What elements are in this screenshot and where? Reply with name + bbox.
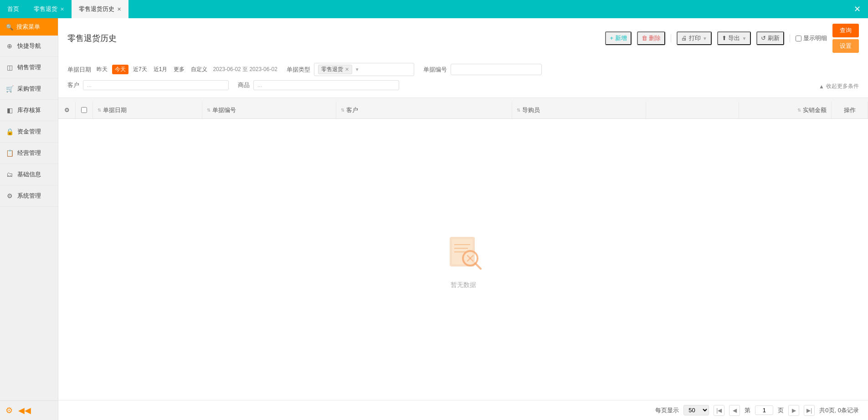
tab-retail-return-close-icon[interactable]: ✕ xyxy=(60,6,64,12)
date-range-display: 2023-06-02 至 2023-06-02 xyxy=(213,66,277,73)
tab-retail-return[interactable]: 零售退货 ✕ xyxy=(26,0,72,18)
sidebar-item-system[interactable]: ⚙ 系统管理 xyxy=(0,185,58,207)
sidebar: 🔍 搜索菜单 ⊕ 快捷导航 ◫ 销售管理 🛒 采购管理 ◧ 库存核算 🔒 资金管… xyxy=(0,18,58,420)
amount-sort-icon: ⇅ xyxy=(797,108,801,113)
th-date-label: 单据日期 xyxy=(103,106,127,114)
page-title-row: 零售退货历史 + 新增 🗑 删除 🖨 打印 ▼ ⬆ 导出 ▼ ↺ 刷新 xyxy=(67,24,859,53)
page-title: 零售退货历史 xyxy=(67,33,117,44)
collapse-button[interactable]: ▲ 收起更多条件 xyxy=(819,82,859,90)
page-unit-label: 页 xyxy=(778,406,784,415)
sidebar-search[interactable]: 🔍 搜索菜单 xyxy=(0,18,58,36)
th-amount[interactable]: ⇅ 实销金额 xyxy=(739,102,832,118)
total-text: 共0页, 0条记录 xyxy=(819,406,859,415)
delete-button[interactable]: 🗑 删除 xyxy=(637,31,666,45)
th-number[interactable]: ⇅ 单据编号 xyxy=(202,102,336,118)
sidebar-bottom: ⚙ ◀◀ xyxy=(0,400,58,420)
sidebar-item-quick-nav-label: 快捷导航 xyxy=(17,42,41,50)
content-area: 零售退货历史 + 新增 🗑 删除 🖨 打印 ▼ ⬆ 导出 ▼ ↺ 刷新 xyxy=(58,18,868,420)
filter-row-2: 客户 ... 商品 ... ▲ xyxy=(67,80,859,90)
quick-nav-icon: ⊕ xyxy=(5,42,14,50)
tab-retail-return-history-label: 零售退货历史 xyxy=(79,5,114,13)
sidebar-item-purchase-mgmt[interactable]: 🛒 采购管理 xyxy=(0,78,58,100)
search-icon: 🔍 xyxy=(5,23,14,31)
goods-placeholder: ... xyxy=(257,82,262,88)
type-dropdown-icon[interactable]: ▼ xyxy=(355,67,360,72)
tab-retail-return-label: 零售退货 xyxy=(34,5,57,13)
window-close-button[interactable]: ✕ xyxy=(854,4,861,14)
type-tag-close-icon[interactable]: ✕ xyxy=(345,67,349,72)
sidebar-audio-icon[interactable]: ◀◀ xyxy=(18,405,31,415)
date-sort-icon: ⇅ xyxy=(98,108,101,113)
th-amount-label: 实销金额 xyxy=(803,106,827,114)
type-tag-input[interactable]: 零售退货 ✕ ▼ xyxy=(314,63,414,76)
business-icon: 📋 xyxy=(5,149,14,157)
page-prev-button[interactable]: ◀ xyxy=(729,405,740,416)
main-layout: 🔍 搜索菜单 ⊕ 快捷导航 ◫ 销售管理 🛒 采购管理 ◧ 库存核算 🔒 资金管… xyxy=(0,18,868,420)
tab-home-label: 首页 xyxy=(7,5,19,13)
th-customer[interactable]: ⇅ 客户 xyxy=(336,102,512,118)
number-input[interactable] xyxy=(451,64,542,75)
sidebar-item-basic-info-label: 基础信息 xyxy=(17,170,41,179)
sidebar-item-basic-info[interactable]: 🗂 基础信息 xyxy=(0,164,58,185)
purchase-mgmt-icon: 🛒 xyxy=(5,85,14,93)
page-size-select[interactable]: 20 50 100 xyxy=(683,405,709,415)
toolbar: + 新增 🗑 删除 🖨 打印 ▼ ⬆ 导出 ▼ ↺ 刷新 xyxy=(605,24,859,53)
sidebar-settings-icon[interactable]: ⚙ xyxy=(5,405,13,415)
page-next-button[interactable]: ▶ xyxy=(788,405,799,416)
sidebar-item-inventory[interactable]: ◧ 库存核算 xyxy=(0,100,58,121)
date-option-yesterday[interactable]: 昨天 xyxy=(95,65,109,74)
tab-home[interactable]: 首页 xyxy=(0,0,26,18)
filter-number: 单据编号 xyxy=(423,64,542,75)
filter-row-1: 单据日期 昨天 今天 近7天 近1月 更多 自定义 2023-06-02 至 2… xyxy=(67,63,859,76)
page-last-button[interactable]: ▶| xyxy=(804,405,815,416)
show-detail-label: 显示明细 xyxy=(803,34,827,42)
number-sort-icon: ⇅ xyxy=(207,108,211,113)
refresh-button[interactable]: ↺ 刷新 xyxy=(756,31,784,45)
date-label: 单据日期 xyxy=(67,66,91,74)
th-date[interactable]: ⇅ 单据日期 xyxy=(93,102,202,118)
goods-tag-input[interactable]: ... xyxy=(253,80,399,90)
page-header: 零售退货历史 + 新增 🗑 删除 🖨 打印 ▼ ⬆ 导出 ▼ ↺ 刷新 xyxy=(58,18,868,98)
table-container: ⚙ ⇅ 单据日期 ⇅ 单据编号 ⇅ 客户 ⇅ xyxy=(58,102,868,420)
date-option-7days[interactable]: 近7天 xyxy=(131,65,149,74)
page-first-button[interactable]: |◀ xyxy=(714,405,724,416)
date-option-more[interactable]: 更多 xyxy=(172,65,186,74)
th-checkbox[interactable] xyxy=(76,102,93,118)
sidebar-item-quick-nav[interactable]: ⊕ 快捷导航 xyxy=(0,36,58,57)
th-guide[interactable]: ⇅ 导购员 xyxy=(512,102,646,118)
add-button[interactable]: + 新增 xyxy=(605,31,631,45)
th-operation-label: 操作 xyxy=(844,106,856,114)
filter-area: 单据日期 昨天 今天 近7天 近1月 更多 自定义 2023-06-02 至 2… xyxy=(67,58,859,97)
sidebar-item-sales-mgmt[interactable]: ◫ 销售管理 xyxy=(0,57,58,78)
table-header: ⚙ ⇅ 单据日期 ⇅ 单据编号 ⇅ 客户 ⇅ xyxy=(58,102,868,119)
page-number-input[interactable] xyxy=(755,405,773,415)
th-spacer xyxy=(646,102,739,118)
customer-tag-input[interactable]: ... xyxy=(83,80,229,90)
th-settings-icon: ⚙ xyxy=(64,107,70,113)
sidebar-item-business[interactable]: 📋 经营管理 xyxy=(0,143,58,164)
th-number-label: 单据编号 xyxy=(212,106,236,114)
pagination: 每页显示 20 50 100 |◀ ◀ 第 页 ▶ ▶| 共0页, 0条记录 xyxy=(58,400,868,420)
sidebar-item-purchase-mgmt-label: 采购管理 xyxy=(17,85,41,93)
filter-goods: 商品 ... xyxy=(238,80,399,90)
collapse-label: 收起更多条件 xyxy=(826,82,859,90)
export-label: ⬆ 导出 xyxy=(722,34,740,42)
sidebar-search-label: 搜索菜单 xyxy=(16,23,40,31)
th-settings[interactable]: ⚙ xyxy=(58,102,76,118)
empty-icon xyxy=(441,230,486,276)
select-all-checkbox[interactable] xyxy=(81,107,87,113)
tab-retail-return-history-close-icon[interactable]: ✕ xyxy=(117,6,121,12)
sidebar-item-system-label: 系统管理 xyxy=(17,192,41,200)
date-option-today[interactable]: 今天 xyxy=(112,65,128,74)
print-button[interactable]: 🖨 打印 ▼ xyxy=(677,31,712,45)
tab-retail-return-history[interactable]: 零售退货历史 ✕ xyxy=(72,0,128,18)
date-option-1month[interactable]: 近1月 xyxy=(152,65,169,74)
sidebar-item-finance[interactable]: 🔒 资金管理 xyxy=(0,121,58,143)
toolbar-divider-1 xyxy=(671,34,671,42)
goods-label: 商品 xyxy=(238,81,250,89)
show-detail-checkbox[interactable] xyxy=(796,36,801,41)
query-button[interactable]: 查询 xyxy=(832,24,859,37)
date-option-custom[interactable]: 自定义 xyxy=(189,65,209,74)
export-button[interactable]: ⬆ 导出 ▼ xyxy=(717,31,751,45)
settings-button[interactable]: 设置 xyxy=(832,39,859,53)
